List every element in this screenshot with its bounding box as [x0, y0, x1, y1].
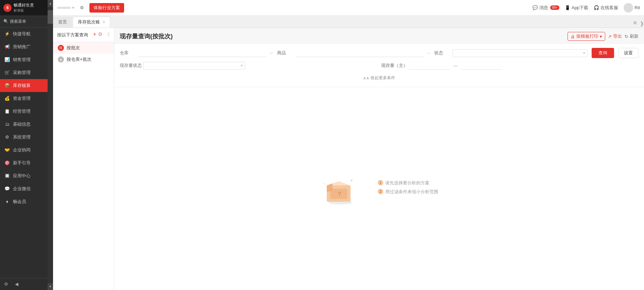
- sidebar-item-wechat[interactable]: 💬 企业微信: [0, 182, 48, 195]
- member-icon: ♦: [4, 199, 10, 205]
- messages-btn[interactable]: 💬 消息 99+: [532, 5, 559, 11]
- edition-label: 标准版: [14, 8, 34, 13]
- query-btn[interactable]: 查询: [592, 48, 614, 58]
- message-icon: 💬: [532, 5, 538, 10]
- sidebar-item-sales[interactable]: 📊 销售管理: [0, 53, 48, 66]
- filter-settings-btn[interactable]: 设置: [618, 48, 639, 58]
- export-btn[interactable]: ↗ 导出: [608, 33, 622, 39]
- sidebar: 6 畅通好生意 标准版 🔍 搜索菜单 ⚡ 快捷导航 📢 营销推广 📊 销售管理 …: [0, 0, 48, 290]
- chevron-icon: ❯: [640, 21, 644, 26]
- left-panel: 按以下方案查询 + ⊙ 《 批 按批次 ● 按仓库+批次: [53, 28, 114, 290]
- status-select[interactable]: ▾: [453, 49, 588, 57]
- breadcrumb-chevron-icon: ▾: [72, 5, 74, 10]
- basic-icon: 🗂: [4, 121, 10, 127]
- warehouse-field: 仓库 ···: [120, 49, 273, 57]
- scroll-track[interactable]: [48, 7, 53, 283]
- tab-chevron-btn[interactable]: ❯: [640, 21, 644, 28]
- stock-status-field: 现存量状态 ▾: [120, 62, 377, 70]
- stock-status-arrow-icon: ▾: [241, 64, 243, 68]
- trial-btn[interactable]: 体验行业方案: [89, 3, 124, 13]
- product-input[interactable]: [295, 49, 424, 57]
- sidebar-item-basic[interactable]: 🗂 基础信息: [0, 118, 48, 131]
- page-header-actions: 🖨 按模板打印 ▾ ↗ 导出 ↻ 刷新: [567, 32, 639, 41]
- scroll-down-btn[interactable]: ▼: [48, 283, 53, 290]
- refresh-btn[interactable]: ↻ 刷新: [625, 33, 639, 39]
- headset-icon: 🎧: [594, 5, 599, 10]
- sidebar-scrollbar[interactable]: ▲ ▼: [48, 0, 53, 290]
- sidebar-item-inventory[interactable]: 📦 库存核算: [0, 79, 48, 92]
- apps-icon: 🔲: [4, 173, 10, 179]
- main-area: ▾ ⚙ 体验行业方案 💬 消息 99+ 📱 App下载 🎧 在线客服 Rit: [53, 0, 644, 290]
- print-icon: 🖨: [571, 34, 575, 39]
- sidebar-item-apps[interactable]: 🔲 应用中心: [0, 169, 48, 182]
- tab-bar-close-btn[interactable]: ✕: [633, 20, 637, 28]
- product-more-btn[interactable]: ···: [427, 51, 430, 55]
- tab-batch-stock[interactable]: 库存批次账 ×: [73, 17, 110, 28]
- scroll-up-btn[interactable]: ▲: [48, 0, 53, 7]
- sidebar-item-system[interactable]: ⚙ 系统管理: [0, 131, 48, 144]
- stock-qty-max-input[interactable]: [461, 61, 502, 70]
- scheme-item-by-batch[interactable]: 批 按批次: [53, 42, 114, 54]
- sidebar-item-quick-nav[interactable]: ⚡ 快捷导航: [0, 28, 48, 40]
- empty-svg: ? ✦ ✦: [320, 172, 361, 206]
- scheme-icon-warehouse: ●: [58, 56, 64, 62]
- page-title: 现存量查询(按批次): [120, 32, 173, 40]
- scheme-icon-batch: 批: [58, 45, 64, 51]
- svg-text:✦: ✦: [350, 178, 353, 183]
- page-header: 现存量查询(按批次) 🖨 按模板打印 ▾ ↗ 导出 ↻ 刷新: [114, 28, 644, 44]
- sidebar-item-marketing[interactable]: 📢 营销推广: [0, 40, 48, 53]
- user-name: Rit: [634, 5, 640, 10]
- add-scheme-btn[interactable]: +: [93, 31, 96, 38]
- topbar-gear-btn[interactable]: ⚙: [77, 3, 87, 13]
- collapse-panel-btn[interactable]: 《: [104, 31, 110, 38]
- app-logo: 6: [3, 4, 12, 12]
- right-content: 现存量查询(按批次) 🖨 按模板打印 ▾ ↗ 导出 ↻ 刷新: [114, 28, 644, 290]
- sidebar-item-member[interactable]: ♦ 畅会员: [0, 195, 48, 208]
- filter-area: 仓库 ··· 商品 ··· 状态 ▾: [114, 44, 644, 87]
- user-avatar-btn[interactable]: Rit: [624, 3, 640, 13]
- sidebar-settings-btn[interactable]: ⚙: [4, 282, 8, 287]
- filter-row-1: 仓库 ··· 商品 ··· 状态 ▾: [120, 48, 639, 58]
- left-panel-header: 按以下方案查询 + ⊙ 《: [53, 28, 114, 42]
- search-menu-btn[interactable]: 🔍 搜索菜单: [3, 19, 44, 24]
- topbar: ▾ ⚙ 体验行业方案 💬 消息 99+ 📱 App下载 🎧 在线客服 Rit: [53, 0, 644, 16]
- sidebar-search-area[interactable]: 🔍 搜索菜单: [0, 16, 48, 28]
- finance-icon: 💰: [4, 95, 10, 102]
- collapse-more-btn[interactable]: ∧∧ 收起更多条件: [120, 73, 639, 83]
- topbar-right: 💬 消息 99+ 📱 App下载 🎧 在线客服 Rit: [532, 3, 640, 13]
- operations-icon: 📋: [4, 108, 10, 114]
- sidebar-item-guide[interactable]: 🎯 新手引导: [0, 157, 48, 169]
- sidebar-item-purchase[interactable]: 🛒 采购管理: [0, 66, 48, 79]
- breadcrumb: ▾: [57, 5, 74, 10]
- messages-badge: 99+: [550, 5, 559, 10]
- app-download-btn[interactable]: 📱 App下载: [565, 5, 588, 11]
- empty-illustration: ? ✦ ✦: [320, 172, 361, 206]
- stock-qty-min-input[interactable]: [409, 61, 450, 70]
- user-avatar: [624, 3, 633, 13]
- sidebar-item-finance[interactable]: 💰 资金管理: [0, 92, 48, 105]
- sidebar-collapse-btn[interactable]: ◀: [15, 282, 18, 287]
- stock-status-select[interactable]: ▾: [143, 62, 245, 70]
- purchase-icon: 🛒: [4, 70, 10, 76]
- warehouse-input[interactable]: [138, 49, 267, 57]
- sidebar-header: 6 畅通好生意 标准版: [0, 0, 48, 16]
- sidebar-item-enterprise[interactable]: 🤝 企业协同: [0, 144, 48, 157]
- sidebar-item-operations[interactable]: 📋 经营管理: [0, 105, 48, 118]
- company-name: 畅通好生意: [14, 3, 34, 8]
- sales-icon: 📊: [4, 57, 10, 63]
- tab-home[interactable]: 首页: [53, 17, 72, 28]
- tab-close-btn[interactable]: ×: [103, 20, 105, 24]
- left-panel-actions: + ⊙ 《: [93, 31, 110, 38]
- online-service-btn[interactable]: 🎧 在线客服: [594, 5, 618, 11]
- empty-hint-2: 2 用过滤条件来缩小分析范围: [378, 189, 438, 195]
- quick-nav-icon: ⚡: [4, 31, 10, 37]
- scheme-settings-btn[interactable]: ⊙: [98, 31, 102, 38]
- search-icon: 🔍: [3, 19, 9, 24]
- print-btn[interactable]: 🖨 按模板打印 ▾: [567, 32, 605, 41]
- scheme-item-by-warehouse-batch[interactable]: ● 按仓库+批次: [53, 54, 114, 65]
- content-area: 按以下方案查询 + ⊙ 《 批 按批次 ● 按仓库+批次 现存量查询(按批次): [53, 28, 644, 290]
- refresh-icon: ↻: [625, 34, 628, 39]
- tab-bar: 首页 库存批次账 × ✕ ❯: [53, 16, 644, 28]
- scroll-thumb[interactable]: [48, 10, 53, 24]
- warehouse-more-btn[interactable]: ···: [270, 51, 273, 55]
